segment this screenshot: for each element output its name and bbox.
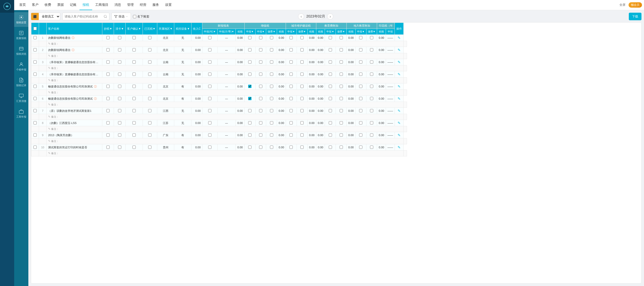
row-qingka[interactable] (114, 108, 125, 114)
filter-button[interactable]: 筛选 (111, 13, 131, 20)
row-caiwu-year[interactable] (202, 132, 218, 138)
row-checkbox[interactable] (33, 36, 37, 39)
row-caiwu-year[interactable] (202, 71, 218, 78)
nav-message[interactable]: 消息 (111, 0, 124, 10)
row-qingka[interactable] (114, 47, 125, 53)
row-checkbox[interactable] (33, 146, 37, 149)
row-zz-sb2[interactable] (255, 120, 266, 126)
row-chaoshui[interactable] (102, 144, 114, 151)
pencil-icon[interactable]: ✎ (48, 79, 50, 82)
row-action[interactable]: ✎ (395, 96, 403, 102)
row-zz-sb2[interactable] (255, 71, 266, 78)
row-action[interactable]: ✎ (395, 120, 403, 126)
edit-icon[interactable]: ✎ (398, 97, 401, 101)
mingxia-checkbox-label[interactable]: 名下账套 (133, 14, 149, 19)
row-zz-jf[interactable] (266, 47, 277, 53)
pencil-icon[interactable]: ✎ (48, 127, 50, 130)
row-action[interactable]: ✎ (395, 71, 403, 78)
row-zz-sb1[interactable] (244, 71, 255, 78)
row-action[interactable]: ✎ (395, 35, 403, 41)
row-zz-jf[interactable] (266, 83, 277, 90)
row-checkbox-cell[interactable] (31, 35, 39, 41)
pencil-icon[interactable]: ✎ (48, 103, 50, 106)
row-zz-sb2[interactable] (255, 132, 266, 138)
mingxia-checkbox[interactable] (133, 15, 136, 18)
row-action[interactable]: ✎ (395, 83, 403, 90)
row-caiwu-year[interactable] (202, 83, 218, 90)
row-zz-sb1[interactable] (244, 83, 255, 90)
note-cell[interactable]: ✎ 备注： (47, 90, 404, 96)
sidebar2-piliang-baoshui[interactable]: 批量报税 (14, 28, 28, 43)
row-qingka[interactable] (114, 132, 125, 138)
row-df-sb[interactable] (355, 35, 366, 41)
note-cell[interactable]: ✎ 备注： (47, 53, 404, 59)
th-checkbox-all[interactable] (31, 23, 39, 35)
row-zz-sb1[interactable] (244, 132, 255, 138)
row-jy-jf[interactable] (336, 35, 347, 41)
note-cell[interactable]: ✎ 备注： (47, 138, 404, 144)
tax-table-wrap[interactable]: 客户名称 抄税▼ 清卡▼ 客户确认▼ 已完税▼ 所属地区▼ 税控设备▼ 收入C … (31, 22, 641, 283)
row-queren[interactable] (125, 132, 143, 138)
row-df-sb[interactable] (355, 83, 366, 90)
row-zz-sb2[interactable] (255, 108, 266, 114)
edit-icon[interactable]: ✎ (398, 72, 401, 76)
row-wanshui[interactable] (143, 144, 157, 151)
row-chaoshui[interactable] (102, 108, 114, 114)
row-df-jf[interactable] (366, 47, 377, 53)
row-queren[interactable] (125, 120, 143, 126)
row-wanshui[interactable] (143, 96, 157, 102)
row-chaoshui[interactable] (102, 47, 114, 53)
row-qingka[interactable] (114, 59, 125, 65)
row-zz-sb1[interactable] (244, 59, 255, 65)
row-df-sb[interactable] (355, 96, 366, 102)
pencil-icon[interactable]: ✎ (48, 152, 50, 155)
prev-month-btn[interactable]: ‹ (298, 13, 304, 20)
row-chaoshui[interactable] (102, 120, 114, 126)
row-jy-sb[interactable] (325, 71, 336, 78)
employee-select[interactable]: 全部员工 (39, 14, 60, 19)
row-cs-jf[interactable] (297, 96, 307, 102)
row-jy-jf[interactable] (336, 83, 347, 90)
row-checkbox[interactable] (33, 121, 37, 124)
employee-filter-group[interactable]: ⬛ 全部员工 (31, 13, 60, 20)
row-jy-sb[interactable] (325, 83, 336, 90)
pencil-icon[interactable]: ✎ (48, 139, 50, 142)
row-caiwu-year[interactable] (202, 47, 218, 53)
row-jy-jf[interactable] (336, 120, 347, 126)
row-cs-jf[interactable] (297, 59, 307, 65)
row-caiwu-year[interactable] (202, 144, 218, 151)
row-caiwu-year[interactable] (202, 96, 218, 102)
row-cs-sb[interactable] (286, 71, 297, 78)
row-cs-jf[interactable] (297, 120, 307, 126)
row-wanshui[interactable] (143, 71, 157, 78)
select-all-checkbox[interactable] (33, 27, 37, 30)
row-df-jf[interactable] (366, 144, 377, 151)
row-checkbox[interactable] (33, 97, 37, 100)
row-zz-jf[interactable] (266, 96, 277, 102)
row-checkbox-cell[interactable] (31, 83, 39, 90)
row-jy-jf[interactable] (336, 71, 347, 78)
nav-customer[interactable]: 客户 (29, 0, 42, 10)
row-df-sb[interactable] (355, 47, 366, 53)
row-zz-jf[interactable] (266, 144, 277, 151)
nav-settings[interactable]: 设置 (162, 0, 175, 10)
row-queren[interactable] (125, 35, 143, 41)
row-df-sb[interactable] (355, 120, 366, 126)
row-zz-jf[interactable] (266, 132, 277, 138)
row-zz-jf[interactable] (266, 71, 277, 78)
row-jy-jf[interactable] (336, 96, 347, 102)
row-queren[interactable] (125, 83, 143, 90)
row-zz-sb1[interactable] (244, 108, 255, 114)
row-queren[interactable] (125, 96, 143, 102)
row-checkbox[interactable] (33, 85, 37, 88)
row-jy-jf[interactable] (336, 108, 347, 114)
sidebar2-geshui-shenbao[interactable]: 个税申报 (14, 59, 28, 74)
row-caiwu-year[interactable] (202, 108, 218, 114)
row-chaoshui[interactable] (102, 35, 114, 41)
row-df-jf[interactable] (366, 108, 377, 114)
row-cs-sb[interactable] (286, 96, 297, 102)
row-qingka[interactable] (114, 120, 125, 126)
search-input[interactable] (65, 15, 103, 18)
row-checkbox-cell[interactable] (31, 47, 39, 53)
row-chaoshui[interactable] (102, 96, 114, 102)
